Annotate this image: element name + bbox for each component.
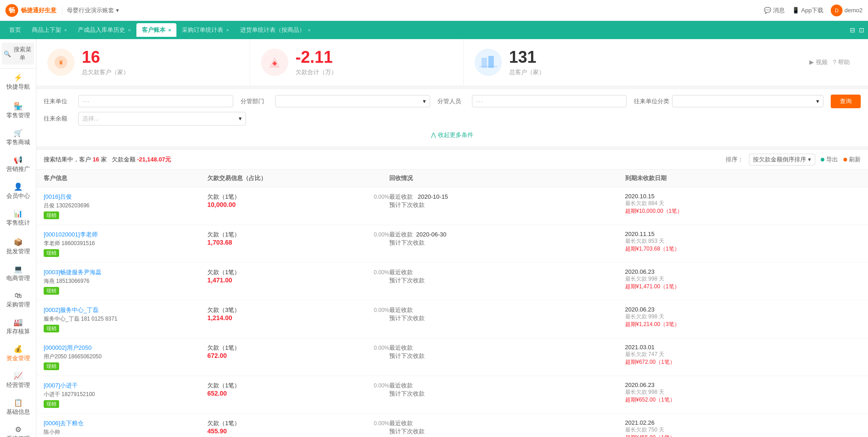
filter-dept-arrow: ▾ [423,98,426,105]
debt-col-2: 欠款（1笔） 1,471.00 0.00% [207,268,389,284]
tab-produce-history-label: 产成品入库单历史 [78,26,125,34]
table-row: [0007]小进干 小进干 18279152100 现销 欠款（1笔） 652.… [36,376,868,414]
overdue-info-1: 2020.11.15 最长欠款 853 天 超期¥1,703.68（1笔） [625,231,861,253]
header-collection: 回收情况 [389,174,625,182]
content-area: ¥ 16 总欠款客户（家） ◆ -2.11 欠款合计（万） [36,39,868,437]
collection-info-4: 最近收款 预计下次收款 [389,344,625,360]
filter-input-from-unit[interactable]: ··· [78,95,233,107]
sidebar-item-retail-store[interactable]: 🛒 零售商城 [0,124,36,151]
tab-minimize-icon[interactable]: ⊟ [850,26,855,34]
sidebar-item-ops-mgmt[interactable]: 📈 经营管理 [0,367,36,394]
stat-icon-3 [475,49,502,76]
filter-select-unit-category[interactable]: ▾ [672,95,823,107]
overdue-link-5[interactable]: 超期¥652.00（1笔） [625,396,861,404]
tab-customer-account-close[interactable]: × [168,27,171,33]
filter-select-dept[interactable]: ▾ [275,95,430,107]
debt-count-1: 欠款（1笔） [207,231,366,239]
sidebar-item-system-mgmt[interactable]: ⚙ 系统管理 [0,421,36,437]
tab-products-off[interactable]: 商品上下架 × [26,23,72,37]
sidebar-item-retail-mgmt[interactable]: 🏪 零售管理 [0,97,36,124]
customer-tag-1: 现销 [44,249,59,257]
help-btn[interactable]: ? 帮助 [833,58,850,66]
sidebar-item-inventory[interactable]: 🏭 库存核算 [0,313,36,340]
message-btn[interactable]: 💬 消息 [764,6,785,15]
customer-name-4[interactable]: [000002]用户2050 [44,344,92,351]
tab-customer-account[interactable]: 客户账本 × [136,23,176,37]
sidebar-item-batch-mgmt[interactable]: 📦 批发管理 [0,233,36,260]
customer-tag-4: 现销 [44,362,59,370]
overdue-link-3[interactable]: 超期¥1,214.00（3笔） [625,321,861,328]
overdue-link-2[interactable]: 超期¥1,471.00（1笔） [625,283,861,291]
video-icon: ▶ [809,59,814,65]
tab-produce-history-close[interactable]: × [128,27,130,33]
filter-item-from-unit: 往来单位 ··· [44,95,233,107]
filter-item-unit-category: 往来单位分类 ▾ [634,95,823,107]
collection-info-6: 最近收款 预计下次收款 [389,419,625,436]
video-label: 视频 [816,58,828,66]
sidebar-item-quick-nav[interactable]: ⚡ 快捷导航 [0,69,36,95]
sort-select[interactable]: 按欠款金额倒序排序 ▾ [749,154,815,166]
customer-name-3[interactable]: [0002]服务中心_丁磊 [44,306,99,313]
customer-name-0[interactable]: [0016]吕俊 [44,193,207,201]
tab-expand-icon[interactable]: ⊡ [859,26,864,34]
filter-select-balance[interactable]: 选择... ▾ [78,112,246,126]
sidebar-item-basic-info[interactable]: 📋 基础信息 [0,394,36,421]
logo-area: 畅 畅捷通好生意 [5,4,56,17]
stat-label-3: 总客户（家） [509,68,545,76]
refresh-btn[interactable]: 刷新 [843,156,861,164]
sidebar: 🔍 搜索菜单 ⚡ 快捷导航 🏪 零售管理 🛒 零售商城 📢 营销推广 👤 会员中… [0,39,36,437]
customer-name-1[interactable]: [0001020001]李老师 [44,231,98,238]
export-btn[interactable]: 导出 [821,156,838,164]
stat-icon-1: ¥ [47,49,75,76]
search-button[interactable]: 查询 [831,95,861,108]
sidebar-item-purchase-mgmt[interactable]: 🛍 采购管理 [0,287,36,313]
sidebar-marketing-label: 营销推广 [6,165,30,173]
filter-label-person: 分管人员 [437,97,469,105]
tab-products-off-close[interactable]: × [64,27,67,33]
due-date-0: 2020.10.15 [625,193,861,200]
overdue-link-1[interactable]: 超期¥1,703.68（1笔） [625,245,861,253]
help-icon: ? [833,59,836,65]
ecommerce-icon: 💻 [14,265,23,273]
video-help-btn[interactable]: ▶ 视频 [809,58,828,66]
sidebar-search-btn[interactable]: 🔍 搜索菜单 [2,43,34,65]
sidebar-item-finance[interactable]: 💰 资金管理 [0,340,36,367]
basic-info-icon: 📋 [14,398,23,407]
app-download-btn[interactable]: 📱 App下载 [792,6,823,15]
tab-products-off-label: 商品上下架 [32,26,61,34]
tab-inbound-stats-close[interactable]: × [308,27,311,33]
overdue-info-3: 2020.06.23 最长欠款 998 天 超期¥1,214.00（3笔） [625,306,861,328]
table-row: [0016]吕俊 吕俊 13026203696 现销 欠款（1笔） 10,000… [36,187,868,225]
sidebar-item-retail-stats[interactable]: 📊 零售统计 [0,205,36,231]
tab-inbound-stats[interactable]: 进货单统计表（按商品） × [235,23,316,37]
sidebar-ecommerce-label: 电商管理 [6,274,30,282]
overdue-link-0[interactable]: 超期¥10,000.00（1笔） [625,207,861,215]
store-name: 母婴行业演示账套 [67,6,114,15]
logo-icon: 畅 [5,4,18,17]
tab-produce-history[interactable]: 产成品入库单历史 × [72,23,136,37]
filter-input-person[interactable]: ··· [472,95,627,107]
collection-info-0: 最近收款 2020-10-15 预计下次收款 [389,193,625,209]
stat-label-1: 总欠款客户（家） [82,68,239,76]
customer-name-2[interactable]: [0003]畅捷服务尹海蕊 [44,269,101,276]
export-label: 导出 [826,156,838,164]
collapse-more-btn[interactable]: ⋀ 收起更多条件 [44,129,861,141]
store-selector[interactable]: 母婴行业演示账套 ▾ [62,6,119,15]
tab-home[interactable]: 首页 [4,23,26,37]
customer-sub-0: 吕俊 13026203696 [44,202,207,210]
stat-number-1: 16 [82,48,239,66]
debt-col-5: 欠款（1笔） 652.00 0.00% [207,382,389,397]
top-bar-left: 畅 畅捷通好生意 母婴行业演示账套 ▾ [5,4,119,17]
tab-purchase-order-close[interactable]: × [226,27,229,33]
customer-name-6[interactable]: [0006]去下粮仓 [44,420,84,427]
overdue-link-4[interactable]: 超期¥672.00（1笔） [625,358,861,366]
overdue-info-4: 2021.03.01 最长欠款 747 天 超期¥672.00（1笔） [625,344,861,366]
customer-name-5[interactable]: [0007]小进干 [44,382,78,389]
user-menu-btn[interactable]: D demo2 [831,5,863,16]
sidebar-item-member-center[interactable]: 👤 会员中心 [0,178,36,205]
overdue-link-6[interactable]: 超期¥455.90（1笔） [625,434,861,437]
sidebar-item-ecommerce[interactable]: 💻 电商管理 [0,260,36,287]
sidebar-item-marketing[interactable]: 📢 营销推广 [0,151,36,178]
results-actions: 排序： 按欠款金额倒序排序 ▾ 导出 刷新 [726,154,861,166]
tab-purchase-order[interactable]: 采购订单统计表 × [176,23,234,37]
